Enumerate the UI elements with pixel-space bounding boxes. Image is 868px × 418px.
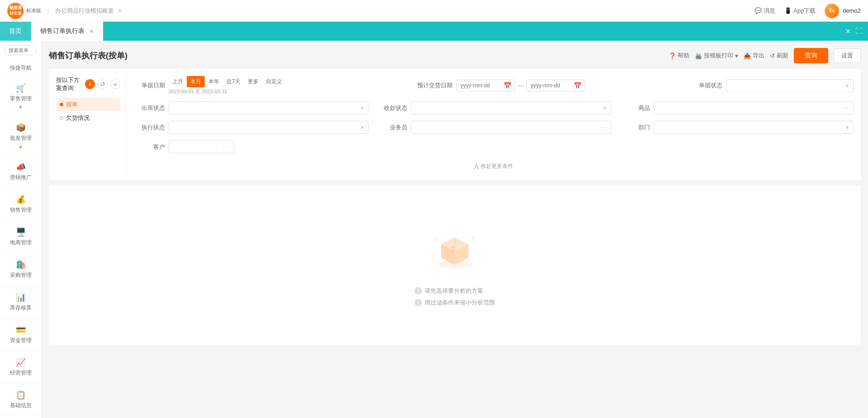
- filter-field-payment-status: 收款状态 ▾: [376, 101, 611, 114]
- sidebar-item-operations[interactable]: 📈 经营管理: [0, 351, 41, 384]
- svg-text:✦: ✦: [434, 237, 439, 243]
- filter-row-3: 执行状态 ▾ 业务员 ··: [133, 121, 854, 134]
- refresh-scheme-button[interactable]: ↺: [98, 79, 108, 89]
- message-button[interactable]: 💬 消息: [755, 7, 775, 15]
- sidebar-item-purchase-label: 采购管理: [10, 271, 32, 279]
- date-tabs: 上月 本月 本年 近7天 更多 自定义: [169, 76, 286, 87]
- add-scheme-button[interactable]: +: [85, 79, 95, 89]
- customer-input[interactable]: [169, 140, 234, 153]
- doc-status-select[interactable]: [726, 79, 854, 92]
- date-tab-this-year[interactable]: 本年: [205, 76, 223, 87]
- sidebar-item-inventory[interactable]: 📊 库存核算: [0, 286, 41, 318]
- filter-main: 单据日期 上月 本月 本年 近7天 更多 自定义 20: [126, 76, 854, 173]
- sidebar-item-finance-label: 资金管理: [10, 337, 32, 344]
- tab-close-window-icon[interactable]: ✕: [845, 27, 851, 36]
- collapse-filters-button[interactable]: ⋀ 收起更多条件: [133, 160, 854, 173]
- content-area: 销售订单执行表(按单) ❓ 帮助 🖨️ 按模板打印 ▾ 📤 导出 ↺ 刷新: [42, 41, 868, 418]
- delivery-status-select[interactable]: [169, 101, 368, 114]
- app-download-label: App下载: [793, 7, 816, 15]
- sidebar-item-sales-label: 销售管理: [10, 206, 32, 214]
- calendar-to-icon: 📅: [574, 82, 581, 89]
- message-label: 消息: [764, 7, 775, 15]
- filter-field-delivery-status: 出库状态 ▾: [133, 101, 368, 114]
- goods-input[interactable]: [654, 101, 854, 114]
- sidebar-item-finance[interactable]: 💳 资金管理: [0, 318, 41, 351]
- empty-illustration: ✦ ✦ ✦ ?: [428, 222, 482, 276]
- date-tab-last-month[interactable]: 上月: [169, 76, 187, 87]
- sidebar-item-sales[interactable]: 💰 销售管理: [0, 188, 41, 221]
- date-tab-this-month[interactable]: 本月: [187, 76, 205, 87]
- date-from-wrap: 📅: [456, 80, 515, 91]
- date-tab-custom[interactable]: 自定义: [262, 76, 286, 87]
- sidebar-item-wholesale[interactable]: 📦 批发管理 ▲: [0, 116, 41, 156]
- sidebar-search-area: [0, 41, 41, 60]
- filter-field-execution-status: 执行状态 ▾: [133, 121, 368, 134]
- help-button[interactable]: ❓ 帮助: [669, 52, 689, 60]
- doc-status-select-wrapper: ▾: [726, 79, 854, 92]
- inventory-icon: 📊: [16, 292, 26, 302]
- print-button[interactable]: 🖨️ 按模板打印 ▾: [695, 52, 738, 60]
- filter-sidebar-title: 按以下方案查询: [56, 76, 85, 92]
- sidebar-item-retail[interactable]: 🛒 零售管理 ▼: [0, 77, 41, 116]
- salesperson-input[interactable]: [411, 121, 611, 134]
- filter-row-2: 出库状态 ▾ 收款状态: [133, 101, 854, 114]
- page-header: 销售订单执行表(按单) ❓ 帮助 🖨️ 按模板打印 ▾ 📤 导出 ↺ 刷新: [49, 48, 861, 63]
- department-label: 部门: [618, 124, 650, 132]
- execution-status-select[interactable]: [169, 121, 368, 134]
- nav-tabs: 首页 销售订单执行表 ✕ ✕ ⛶: [0, 22, 868, 41]
- help-label: 帮助: [678, 52, 689, 60]
- tab-fullscreen-icon[interactable]: ⛶: [855, 27, 863, 35]
- filter-sidebar-icons: + ↺ «: [85, 79, 120, 89]
- sidebar-item-quick-nav-label: 快捷导航: [10, 64, 32, 72]
- collapse-sidebar-button[interactable]: «: [110, 79, 120, 89]
- logo-area: 畅捷通好生意 标准版: [7, 3, 41, 19]
- sidebar-item-purchase[interactable]: 🛍️ 采购管理: [0, 253, 41, 286]
- settings-button[interactable]: 设置: [834, 48, 861, 63]
- tab-sales-order[interactable]: 销售订单执行表 ✕: [31, 22, 103, 41]
- ecommerce-icon: 🖥️: [16, 227, 26, 237]
- empty-tip-1: 1 请先选择要分析的方案: [415, 285, 495, 297]
- query-button[interactable]: 查询: [794, 48, 828, 63]
- department-select[interactable]: [654, 121, 854, 134]
- retail-icon: 🛒: [16, 83, 26, 93]
- goods-select-wrapper: ···: [654, 101, 854, 114]
- app-download-button[interactable]: 📱 App下载: [784, 7, 816, 15]
- expected-date-label: 预计交货日期: [412, 81, 453, 90]
- print-label: 按模板打印: [704, 52, 733, 60]
- scheme-item-backorder[interactable]: 欠货情况: [56, 111, 120, 125]
- refresh-button[interactable]: ↺ 刷新: [770, 52, 788, 60]
- tab-home[interactable]: 首页: [0, 22, 31, 41]
- collapse-icon: ⋀: [474, 163, 479, 170]
- tab-home-label: 首页: [9, 27, 22, 35]
- tab-close-icon[interactable]: ✕: [89, 28, 94, 34]
- payment-status-select[interactable]: [411, 101, 611, 114]
- date-tab-7days[interactable]: 近7天: [223, 76, 244, 87]
- content-card: ✦ ✦ ✦ ? 1 请先选择要分析的方案 2 用过滤条件来缩小分: [49, 185, 861, 345]
- app-download-icon: 📱: [784, 7, 792, 14]
- sidebar-item-marketing[interactable]: 📣 营销推广: [0, 156, 41, 188]
- sidebar-item-ecommerce[interactable]: 🖥️ 电商管理: [0, 221, 41, 253]
- scheme-active-dot: [60, 103, 63, 106]
- refresh-label: 刷新: [777, 52, 788, 60]
- sidebar-item-basic-info[interactable]: 📋 基础信息: [0, 384, 41, 416]
- export-button[interactable]: 📤 导出: [744, 52, 764, 60]
- sidebar-item-quick-nav[interactable]: 快捷导航: [0, 60, 41, 77]
- empty-tip-2: 2 用过滤条件来缩小分析范围: [415, 297, 495, 309]
- customer-select-wrapper: ···: [169, 140, 234, 153]
- avatar: Ea: [825, 4, 839, 18]
- goods-label: 商品: [618, 104, 650, 112]
- sidebar-item-basic-info-label: 基础信息: [10, 402, 32, 409]
- date-tab-more[interactable]: 更多: [244, 76, 262, 87]
- header-left: 畅捷通好生意 标准版 | 办公用品行业模拟账套 ▾: [7, 3, 122, 19]
- scheme-item-by-order[interactable]: 按单: [56, 98, 120, 111]
- sales-icon: 💰: [16, 195, 26, 204]
- user-area[interactable]: Ea demo2: [825, 4, 861, 18]
- logo-subtitle: 标准版: [26, 7, 41, 14]
- sidebar-item-system[interactable]: ⚙️ 系统管理: [0, 416, 41, 418]
- nav-tabs-right: ✕ ⛶: [840, 22, 868, 41]
- search-input[interactable]: [5, 45, 37, 55]
- svg-text:?: ?: [450, 245, 455, 254]
- main-layout: 快捷导航 🛒 零售管理 ▼ 📦 批发管理 ▲ 📣 营销推广 💰 销售管理 🖥️ …: [0, 41, 868, 418]
- breadcrumb-arrow-icon[interactable]: ▾: [118, 7, 122, 14]
- marketing-icon: 📣: [16, 162, 26, 172]
